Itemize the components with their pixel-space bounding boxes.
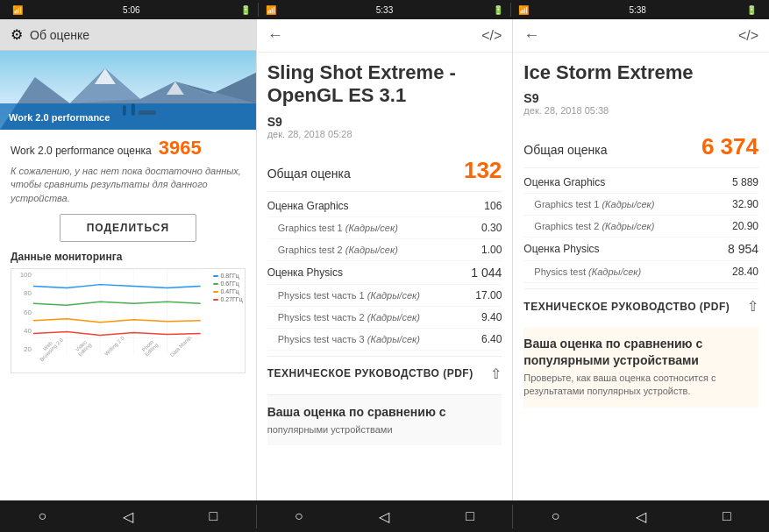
- metric-p1-3: Physics test (Кадры/сек) 28.40: [523, 261, 758, 283]
- metric-g2-3: Graphics test 2 (Кадры/сек) 20.90: [523, 216, 758, 238]
- time-3: 5:38: [629, 5, 645, 15]
- share-button[interactable]: ПОДЕЛИТЬСЯ: [60, 214, 196, 242]
- bench-content-2: S9 дек. 28, 2018 05:28 Общая оценка 132 …: [257, 115, 513, 500]
- share-button-2[interactable]: </>: [481, 28, 502, 44]
- panel1-title: Об оценке: [30, 28, 89, 42]
- back-button-3[interactable]: ←: [523, 26, 539, 45]
- hero-overlay: Work 2.0 performance: [0, 103, 256, 130]
- bench-content-3: S9 дек. 28, 2018 05:38 Общая оценка 6 37…: [513, 91, 769, 500]
- battery-3: 🔋: [746, 5, 757, 15]
- device-date-2: дек. 28, 2018 05:28: [267, 129, 502, 139]
- hero-label: Work 2.0 performance: [9, 112, 110, 123]
- pdf-share-icon-3[interactable]: ⇧: [747, 298, 758, 315]
- chart-y-axis: 100 80 60 40 20: [11, 269, 33, 355]
- pdf-label-3: ТЕХНИЧЕСКОЕ РУКОВОДСТВО (PDF): [523, 301, 730, 313]
- metric-p3-2: Physics test часть 3 (Кадры/сек) 6.40: [267, 329, 502, 351]
- back-button-2[interactable]: ←: [267, 26, 283, 45]
- signal-icon-1: 📶: [12, 5, 23, 15]
- panel-work20: ⚙ Об оценке: [0, 19, 257, 500]
- nav-recent-3[interactable]: □: [705, 505, 749, 528]
- device-name-2: S9: [267, 115, 502, 129]
- metric-physics-cat-3: Оценка Physics 8 954: [523, 238, 758, 261]
- monitoring-title: Данные мониторинга: [11, 251, 246, 263]
- device-date-3: дек. 28, 2018 05:38: [523, 105, 758, 116]
- score-line: Work 2.0 performance оценка 3965: [11, 137, 246, 160]
- metric-physics-cat-2: Оценка Physics 1 044: [267, 261, 502, 285]
- signal-icon-2: 📶: [266, 5, 276, 15]
- pdf-row-3: ТЕХНИЧЕСКОЕ РУКОВОДСТВО (PDF) ⇧: [523, 288, 758, 323]
- overall-score-3: Общая оценка 6 374: [523, 126, 758, 168]
- chart-legend: 0.8ГГц 0.6ГГц 0.4ГГц 0.27ГГц: [213, 273, 242, 302]
- battery-1: 🔋: [240, 5, 251, 15]
- overall-value-2: 132: [464, 157, 502, 184]
- nav-back-1[interactable]: ◁: [105, 505, 151, 528]
- settings-icon: ⚙: [11, 26, 23, 43]
- nav-recent-2[interactable]: □: [448, 505, 492, 528]
- metric-p1-2: Physics test часть 1 (Кадры/сек) 17.00: [267, 285, 502, 307]
- metric-g1-2: Graphics test 1 (Кадры/сек) 0.30: [267, 217, 502, 239]
- hero-image: Work 2.0 performance: [0, 51, 256, 130]
- time-1: 5:06: [123, 5, 139, 15]
- battery-2: 🔋: [493, 5, 503, 15]
- nav-home-1[interactable]: ○: [20, 505, 64, 528]
- panel2-topbar: ← </>: [257, 19, 513, 53]
- bench-title-3: Ice Storm Extreme: [513, 53, 769, 91]
- metric-graphics-cat-2: Оценка Graphics 106: [267, 195, 502, 217]
- overall-label-3: Общая оценка: [523, 143, 607, 157]
- panel1-content: Work 2.0 performance оценка 3965 К сожал…: [0, 130, 256, 500]
- chart-area: 100 80 60 40 20: [11, 268, 246, 373]
- device-info-2: S9 дек. 28, 2018 05:28: [267, 115, 502, 139]
- metric-p2-2: Physics test часть 2 (Кадры/сек) 9.40: [267, 307, 502, 329]
- overall-value-3: 6 374: [701, 133, 758, 160]
- device-info-3: S9 дек. 28, 2018 05:38: [523, 91, 758, 116]
- panel1-header: ⚙ Об оценке: [0, 19, 256, 51]
- share-button-3[interactable]: </>: [738, 28, 758, 44]
- panel-slingshot: ← </> Sling Shot Extreme - OpenGL ES 3.1…: [257, 19, 514, 500]
- overall-label-2: Общая оценка: [267, 167, 351, 181]
- panel3-topbar: ← </>: [513, 19, 769, 53]
- overall-score-2: Общая оценка 132: [267, 150, 502, 192]
- pdf-row-2: ТЕХНИЧЕСКОЕ РУКОВОДСТВО (PDF) ⇧: [267, 356, 502, 391]
- score-value: 3965: [159, 137, 202, 160]
- description-text: К сожалению, у нас нет пока достаточно д…: [11, 165, 246, 205]
- compare-title-2: Ваша оценка по сравнению с: [267, 404, 502, 420]
- metric-g2-2: Graphics test 2 (Кадры/сек) 1.00: [267, 239, 502, 261]
- compare-section-3: Ваша оценка по сравнению с популярными у…: [523, 327, 758, 407]
- metric-g1-3: Graphics test 1 (Кадры/сек) 32.90: [523, 194, 758, 216]
- signal-icon-3: 📶: [518, 5, 529, 15]
- pdf-share-icon-2[interactable]: ⇧: [490, 365, 502, 382]
- panel-icestorm: ← </> Ice Storm Extreme S9 дек. 28, 2018…: [513, 19, 769, 500]
- nav-home-3[interactable]: ○: [534, 505, 578, 528]
- compare-section-2: Ваша оценка по сравнению с популярными у…: [267, 394, 502, 446]
- nav-back-2[interactable]: ◁: [361, 505, 407, 528]
- compare-desc-3: Проверьте, как ваша оценка соотносится с…: [523, 372, 758, 399]
- nav-home-2[interactable]: ○: [277, 505, 321, 528]
- time-2: 5:33: [376, 5, 393, 15]
- nav-recent-1[interactable]: □: [192, 505, 236, 528]
- pdf-label-2: ТЕХНИЧЕСКОЕ РУКОВОДСТВО (PDF): [267, 367, 474, 379]
- bench-title-2: Sling Shot Extreme - OpenGL ES 3.1: [257, 53, 513, 115]
- device-name-3: S9: [523, 91, 758, 105]
- nav-back-3[interactable]: ◁: [618, 505, 664, 528]
- compare-desc-2: популярными устройствами: [267, 423, 502, 436]
- bottom-nav: ○ ◁ □ ○ ◁ □ ○ ◁ □: [0, 500, 769, 532]
- metric-graphics-cat-3: Оценка Graphics 5 889: [523, 172, 758, 194]
- compare-title-3: Ваша оценка по сравнению с популярными у…: [523, 336, 758, 367]
- score-label: Work 2.0 performance оценка: [11, 145, 152, 157]
